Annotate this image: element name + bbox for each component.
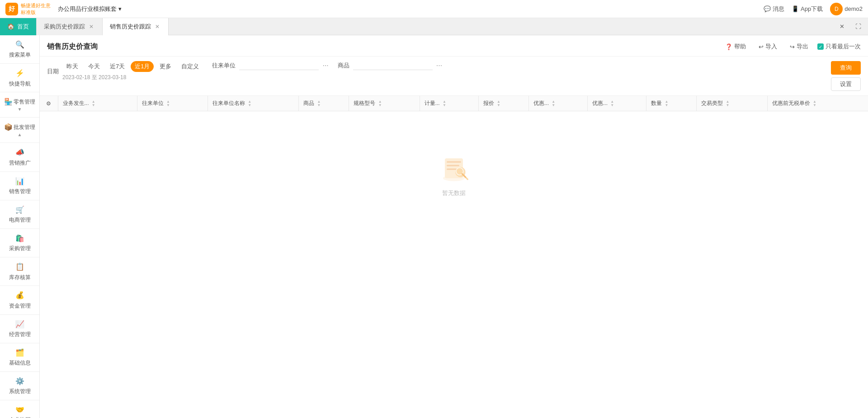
sort-icon: ▲▼ — [610, 100, 614, 107]
only-last-checkbox[interactable]: ✓ — [817, 43, 824, 50]
sidebar-item-wholesale[interactable]: 📦 批发管理 ▲ — [0, 118, 39, 143]
sidebar-item-search[interactable]: 🔍 搜索菜单 — [0, 35, 39, 64]
goods-label: 商品 — [338, 62, 349, 70]
home-icon: 🏠 — [7, 23, 14, 30]
finance-icon: 💰 — [15, 290, 24, 300]
partner-label: 往来单位 — [212, 62, 236, 70]
sort-icon: ▲▼ — [665, 100, 668, 107]
tab-purchase-close[interactable]: ✕ — [88, 23, 95, 30]
sort-icon: ▲▼ — [378, 100, 382, 107]
table-header-row: ⚙ 业务发生... ▲▼ 往来单位 ▲▼ 往来单位名称 ▲▼ — [40, 96, 868, 111]
sidebar-item-inventory[interactable]: 📋 库存核算 — [0, 257, 39, 286]
partner-filter-group: 往来单位 ··· — [212, 61, 328, 70]
th-trade-type[interactable]: 交易类型 ▲▼ — [697, 96, 767, 111]
download-icon: 📱 — [792, 5, 799, 12]
operations-icon: 📈 — [15, 319, 24, 329]
date-btn-7days[interactable]: 近7天 — [106, 61, 129, 72]
search-icon: 🔍 — [15, 40, 24, 50]
empty-icon — [436, 147, 472, 184]
chevron-down-icon: ▼ — [18, 107, 22, 112]
th-partner-code[interactable]: 往来单位 ▲▼ — [137, 96, 208, 111]
tab-close-all-btn[interactable]: ✕ — [835, 20, 848, 33]
tab-bar-right: ✕ ⛶ — [835, 20, 868, 33]
only-last-checkbox-label[interactable]: ✓ 只看最后一次 — [817, 43, 861, 51]
th-quantity[interactable]: 数量 ▲▼ — [646, 96, 697, 111]
wholesale-icon: 📦 — [4, 123, 13, 131]
sort-icon: ▲▼ — [497, 100, 500, 107]
import-icon: ↩ — [759, 43, 764, 50]
sidebar: 🔍 搜索菜单 ⚡ 快捷导航 🏪 零售管理 ▼ 📦 批发管理 ▲ 📣 营销推广 📊… — [0, 35, 40, 418]
empty-text: 暂无数据 — [442, 189, 466, 197]
sidebar-item-basic[interactable]: 🗂️ 基础信息 — [0, 343, 39, 372]
sort-icon: ▲▼ — [552, 100, 555, 107]
th-pretax-price[interactable]: 优惠前无税单价 ▲▼ — [767, 96, 868, 111]
sidebar-item-enterprise[interactable]: 🤝 企业协同 — [0, 400, 39, 418]
th-quote[interactable]: 报价 ▲▼ — [478, 96, 528, 111]
date-btn-custom[interactable]: 自定义 — [177, 61, 203, 72]
th-partner-name[interactable]: 往来单位名称 ▲▼ — [208, 96, 298, 111]
tab-purchase[interactable]: 采购历史价跟踪 ✕ — [37, 18, 103, 35]
settings-button[interactable]: 设置 — [831, 77, 861, 91]
app-selector[interactable]: 办公用品行业模拟账套 ▾ — [54, 3, 125, 15]
table-container: ⚙ 业务发生... ▲▼ 往来单位 ▲▼ 往来单位名称 ▲▼ — [40, 96, 868, 418]
sort-icon: ▲▼ — [92, 100, 95, 107]
sidebar-item-operations[interactable]: 📈 经营管理 — [0, 315, 39, 343]
date-filter-group: 日期 昨天 今天 近7天 近1月 更多 自定义 2023-02-18 至 202… — [47, 61, 203, 81]
logo-icon: 好 — [5, 3, 18, 15]
sort-icon: ▲▼ — [813, 100, 816, 107]
date-btn-1month[interactable]: 近1月 — [131, 61, 154, 72]
date-btn-today[interactable]: 今天 — [84, 61, 104, 72]
tab-bar: 🏠 首页 采购历史价跟踪 ✕ 销售历史价跟踪 ✕ ✕ ⛶ — [0, 18, 868, 35]
th-goods[interactable]: 商品 ▲▼ — [299, 96, 349, 111]
date-options: 昨天 今天 近7天 近1月 更多 自定义 2023-02-18 至 2023-0… — [62, 61, 203, 81]
enterprise-icon: 🤝 — [15, 405, 24, 415]
svg-rect-3 — [447, 165, 459, 166]
sort-icon: ▲▼ — [443, 100, 446, 107]
avatar: D — [830, 3, 843, 15]
goods-input[interactable] — [353, 61, 433, 70]
help-btn[interactable]: ❓ 帮助 — [722, 41, 750, 52]
goods-filter-group: 商品 ··· — [338, 61, 442, 70]
top-header: 好 畅捷通好生意 标准版 办公用品行业模拟账套 ▾ 💬 消息 📱 App下载 D… — [0, 0, 868, 18]
sidebar-item-sales[interactable]: 📊 销售管理 — [0, 172, 39, 200]
action-buttons: 查询 设置 — [831, 61, 861, 91]
sidebar-item-purchase[interactable]: 🛍️ 采购管理 — [0, 229, 39, 257]
sidebar-item-marketing[interactable]: 📣 营销推广 — [0, 143, 39, 171]
tab-sales[interactable]: 销售历史价跟踪 ✕ — [103, 18, 169, 35]
tab-home[interactable]: 🏠 首页 — [0, 18, 37, 35]
retail-icon: 🏪 — [4, 98, 13, 106]
partner-dots[interactable]: ··· — [322, 62, 328, 69]
sort-icon: ▲▼ — [166, 100, 170, 107]
message-btn[interactable]: 💬 消息 — [764, 5, 784, 13]
date-btn-more[interactable]: 更多 — [156, 61, 175, 72]
sidebar-item-shortcut[interactable]: ⚡ 快捷导航 — [0, 64, 39, 92]
help-icon: ❓ — [725, 43, 732, 50]
basic-icon: 🗂️ — [15, 348, 24, 358]
th-spec[interactable]: 规格型号 ▲▼ — [349, 96, 420, 111]
user-menu[interactable]: D demo2 — [830, 3, 863, 15]
th-unit[interactable]: 计量... ▲▼ — [420, 96, 478, 111]
partner-input[interactable] — [239, 61, 319, 70]
app-download-btn[interactable]: 📱 App下载 — [792, 5, 823, 13]
tab-sales-close[interactable]: ✕ — [154, 23, 161, 30]
th-discount1[interactable]: 优惠... ▲▼ — [528, 96, 587, 111]
sidebar-item-finance[interactable]: 💰 资金管理 — [0, 286, 39, 314]
sidebar-item-ecommerce[interactable]: 🛒 电商管理 — [0, 200, 39, 229]
logo-area: 好 畅捷通好生意 标准版 — [5, 2, 51, 15]
import-btn[interactable]: ↩ 导入 — [755, 41, 781, 52]
date-btn-yesterday[interactable]: 昨天 — [62, 61, 82, 72]
th-settings[interactable]: ⚙ — [40, 96, 58, 111]
gear-icon[interactable]: ⚙ — [46, 100, 51, 107]
page-title: 销售历史价查询 — [47, 42, 98, 52]
th-biz-date[interactable]: 业务发生... ▲▼ — [58, 96, 137, 111]
export-icon: ↪ — [790, 43, 795, 50]
goods-dots[interactable]: ··· — [436, 62, 442, 69]
filter-bar: 日期 昨天 今天 近7天 近1月 更多 自定义 2023-02-18 至 202… — [40, 57, 868, 96]
export-btn[interactable]: ↪ 导出 — [786, 41, 812, 52]
sidebar-item-system[interactable]: ⚙️ 系统管理 — [0, 372, 39, 400]
sort-icon: ▲▼ — [317, 100, 321, 107]
tab-expand-btn[interactable]: ⛶ — [852, 20, 864, 33]
query-button[interactable]: 查询 — [831, 61, 861, 75]
sidebar-item-retail[interactable]: 🏪 零售管理 ▼ — [0, 92, 39, 118]
th-discount2[interactable]: 优惠... ▲▼ — [588, 96, 646, 111]
